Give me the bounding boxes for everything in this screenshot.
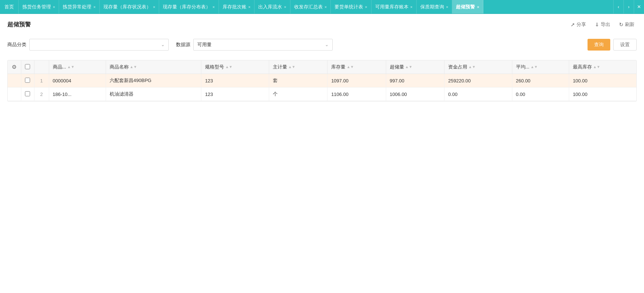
row-spec: 123 — [201, 74, 269, 88]
row-unit: 套 — [269, 74, 327, 88]
overstock-table: ⚙ 商品... ▲▼ 商品名称 — [8, 60, 636, 101]
row-max-stock: 100.00 — [569, 74, 636, 88]
nav-close-stock-status[interactable]: × — [153, 5, 155, 9]
th-spec[interactable]: 规格型号 ▲▼ — [201, 60, 269, 74]
page-header: 超储预警 ➚ 分享 ⇓ 导出 ↻ 刷新 — [7, 20, 637, 29]
sort-overstock-qty-icon: ▲▼ — [405, 65, 413, 69]
row-overstock-qty: 1006.00 — [386, 88, 444, 101]
page-actions: ➚ 分享 ⇓ 导出 ↻ 刷新 — [568, 20, 637, 29]
nav-close-order-stat[interactable]: × — [365, 5, 367, 9]
category-select[interactable]: ⌄ — [29, 39, 169, 51]
row-checkbox-0[interactable] — [25, 78, 30, 83]
top-navigation: 首页 拣货任务管理 × 拣货异常处理 × 现存量（库存状况表） × 现存量（库存… — [0, 0, 644, 14]
category-label: 商品分类 — [7, 41, 26, 48]
datasource-select[interactable]: 可用量 ⌄ — [193, 39, 333, 51]
sort-product-code-icon: ▲▼ — [67, 65, 74, 69]
row-gear-cell — [8, 88, 21, 101]
nav-item-stock-dist[interactable]: 现存量（库存分布表） × — [159, 0, 219, 14]
row-max-stock: 100.00 — [569, 88, 636, 101]
refresh-button[interactable]: ↻ 刷新 — [617, 20, 637, 29]
filter-bar: 商品分类 ⌄ 数据源 可用量 ⌄ 查询 设置 — [7, 35, 637, 54]
th-max-stock[interactable]: 最高库存 ▲▼ — [569, 60, 636, 74]
table-row: 2 186-10... 机油滤清器 123 个 1106.00 1006.00 … — [8, 88, 636, 101]
table-header: ⚙ 商品... ▲▼ 商品名称 — [8, 60, 636, 74]
category-dropdown-arrow: ⌄ — [161, 42, 165, 47]
row-stock-qty: 1106.00 — [328, 88, 386, 101]
share-button[interactable]: ➚ 分享 — [568, 20, 588, 29]
row-product-code: 186-10... — [49, 88, 106, 101]
datasource-label: 数据源 — [176, 41, 190, 48]
nav-close-inout-flow[interactable]: × — [284, 5, 286, 9]
table-header-row: ⚙ 商品... ▲▼ 商品名称 — [8, 60, 636, 74]
th-product-code[interactable]: 商品... ▲▼ — [49, 60, 106, 74]
row-avg: 0.00 — [512, 88, 569, 101]
share-icon: ➚ — [571, 22, 575, 27]
row-checkbox-1[interactable] — [25, 91, 30, 96]
th-capital[interactable]: 资金占用 ▲▼ — [444, 60, 512, 74]
select-all-checkbox[interactable] — [25, 64, 30, 69]
nav-close-abnormal[interactable]: × — [93, 5, 95, 9]
nav-close-stock-dist[interactable]: × — [212, 5, 215, 9]
row-capital: 259220.00 — [444, 74, 512, 88]
row-product-code: 0000004 — [49, 74, 106, 88]
row-product-name: 机油滤清器 — [106, 88, 201, 101]
datasource-select-value: 可用量 — [197, 41, 212, 48]
gear-icon[interactable]: ⚙ — [12, 64, 17, 70]
nav-item-task-mgmt[interactable]: 拣货任务管理 × — [19, 0, 59, 14]
nav-item-available[interactable]: 可用量库存账本 × — [372, 0, 417, 14]
nav-close-quality[interactable]: × — [446, 5, 448, 9]
th-stock-qty[interactable]: 库存量 ▲▼ — [328, 60, 386, 74]
filter-actions: 查询 设置 — [588, 39, 637, 51]
category-filter: 商品分类 ⌄ — [7, 39, 169, 51]
sort-product-name-icon: ▲▼ — [130, 65, 137, 69]
datasource-filter: 数据源 可用量 ⌄ — [176, 39, 333, 51]
sort-avg-icon: ▲▼ — [530, 65, 538, 69]
sort-capital-icon: ▲▼ — [468, 65, 476, 69]
nav-arrows: ‹ › ✕ — [613, 0, 644, 14]
nav-item-batch[interactable]: 库存批次账 × — [219, 0, 255, 14]
sort-stock-qty-icon: ▲▼ — [347, 65, 354, 69]
nav-prev-arrow[interactable]: ‹ — [613, 0, 623, 14]
sort-max-stock-icon: ▲▼ — [593, 65, 600, 69]
data-table: ⚙ 商品... ▲▼ 商品名称 — [7, 60, 637, 101]
nav-close-batch[interactable]: × — [248, 5, 250, 9]
nav-close-overstock[interactable]: × — [477, 5, 479, 9]
nav-item-stock-status[interactable]: 现存量（库存状况表） × — [100, 0, 159, 14]
sort-unit-icon: ▲▼ — [288, 65, 296, 69]
refresh-icon: ↻ — [619, 22, 623, 27]
settings-button[interactable]: 设置 — [613, 39, 637, 51]
row-capital: 0.00 — [444, 88, 512, 101]
row-gear-cell — [8, 74, 21, 88]
row-stock-qty: 1097.00 — [328, 74, 386, 88]
th-gear: ⚙ — [8, 60, 21, 74]
page-title: 超储预警 — [7, 21, 31, 29]
nav-next-arrow[interactable]: › — [623, 0, 634, 14]
th-overstock-qty[interactable]: 超储量 ▲▼ — [386, 60, 444, 74]
nav-more-arrow[interactable]: ✕ — [634, 0, 644, 14]
nav-item-quality[interactable]: 保质期查询 × — [417, 0, 452, 14]
th-product-name[interactable]: 商品名称 ▲▼ — [106, 60, 201, 74]
page-content: 超储预警 ➚ 分享 ⇓ 导出 ↻ 刷新 商品分类 ⌄ 数据源 — [0, 14, 644, 293]
nav-close-available[interactable]: × — [410, 5, 413, 9]
sort-spec-icon: ▲▼ — [225, 65, 233, 69]
nav-home[interactable]: 首页 — [0, 0, 19, 14]
row-avg: 260.00 — [512, 74, 569, 88]
nav-close-recv-send[interactable]: × — [325, 5, 327, 9]
nav-item-order-stat[interactable]: 要货单统计表 × — [331, 0, 371, 14]
nav-item-recv-send[interactable]: 收发存汇总表 × — [290, 0, 331, 14]
nav-close-task-mgmt[interactable]: × — [53, 5, 55, 9]
nav-item-overstock[interactable]: 超储预警 × — [452, 0, 483, 14]
export-button[interactable]: ⇓ 导出 — [593, 20, 612, 29]
query-button[interactable]: 查询 — [588, 39, 610, 51]
th-unit[interactable]: 主计量 ▲▼ — [269, 60, 327, 74]
datasource-dropdown-arrow: ⌄ — [325, 42, 329, 47]
row-checkbox-cell[interactable] — [21, 74, 34, 88]
nav-item-abnormal[interactable]: 拣货异常处理 × — [59, 0, 99, 14]
th-avg[interactable]: 平均... ▲▼ — [512, 60, 569, 74]
row-checkbox-cell[interactable] — [21, 88, 34, 101]
nav-item-inout-flow[interactable]: 出入库流水 × — [255, 0, 290, 14]
row-number: 2 — [34, 88, 49, 101]
row-overstock-qty: 997.00 — [386, 74, 444, 88]
row-number: 1 — [34, 74, 49, 88]
table-row: 1 0000004 六配套新昌490BPG 123 套 1097.00 997.… — [8, 74, 636, 88]
